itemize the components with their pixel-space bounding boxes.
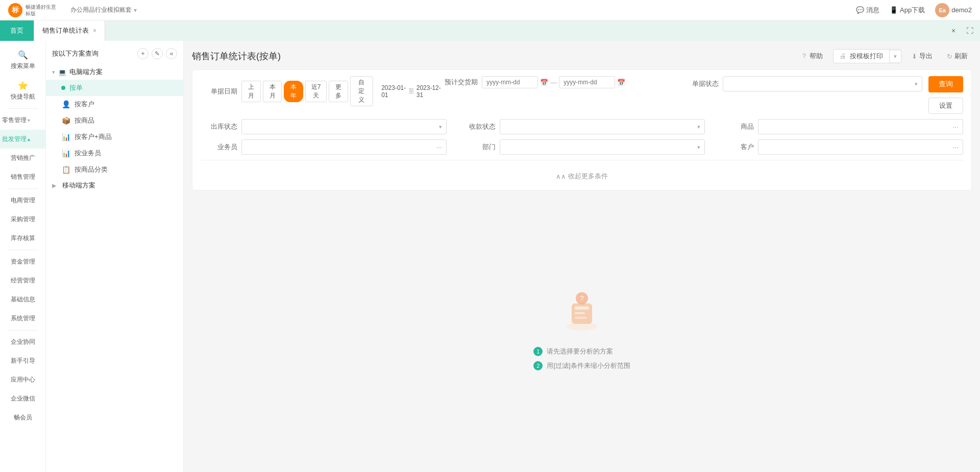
sidebar-item-sales[interactable]: 销售管理 (0, 168, 46, 186)
page-title: 销售订单统计表(按单) (192, 50, 281, 62)
user-menu-button[interactable]: Ea demo2 (935, 3, 972, 17)
sidebar-item-retail[interactable]: 零售管理 ▾ (0, 111, 46, 130)
tab-close-all-button[interactable]: × (947, 25, 960, 37)
scheme-item-by-customer-product[interactable]: 📊 按客户+商品 (46, 129, 183, 145)
print-template-button[interactable]: 🖨 按模板打印 (834, 50, 890, 63)
forecast-date-calendar-from-icon[interactable]: 📅 (540, 79, 548, 86)
forecast-date-label: 预计交货期 (441, 78, 482, 87)
collapse-panel-button[interactable]: « (166, 48, 177, 59)
scheme-item-by-order[interactable]: 按单 (46, 80, 183, 96)
sidebar-item-operation[interactable]: 经营管理 (0, 271, 46, 290)
payment-status-select[interactable]: ▾ (500, 119, 705, 134)
date-btn-custom[interactable]: 自定义 (350, 76, 374, 106)
scheme-item-by-category[interactable]: 📋 按商品分类 (46, 161, 183, 178)
customer-label: 客户 (717, 143, 758, 152)
app-download-button[interactable]: 📱 App下载 (890, 6, 925, 15)
print-template-dropdown-button[interactable]: ▾ (890, 51, 901, 62)
step-2-num: 2 (533, 361, 543, 370)
forecast-date-from-input[interactable] (482, 76, 538, 88)
delivery-status-select[interactable]: ▾ (241, 119, 447, 134)
doc-status-dropdown-icon: ▾ (915, 81, 918, 87)
scheme-item-by-product[interactable]: 📦 按商品 (46, 112, 183, 129)
sidebar-item-system[interactable]: 系统管理 (0, 309, 46, 328)
add-scheme-button[interactable]: + (137, 48, 149, 59)
top-bar: 标 畅捷通好生意 标版 办公用品行业模拟账套 ▾ 💬 消息 📱 App下载 Ea… (0, 0, 980, 20)
wholesale-arrow-icon: ▴ (28, 136, 30, 142)
page-actions: ？ 帮助 🖨 按模板打印 ▾ ⬇ 导出 (797, 49, 972, 63)
forecast-date-calendar-to-icon[interactable]: 📅 (617, 79, 625, 86)
by-category-icon: 📋 (61, 166, 70, 174)
tab-sales-order-stat[interactable]: 销售订单统计表 × (34, 20, 105, 41)
customer-more-icon[interactable]: ··· (952, 143, 959, 151)
collapse-filter-button[interactable]: ∧∧ 收起更多条件 (546, 169, 618, 184)
sidebar-divider-3 (8, 250, 38, 250)
date-quick-btns: 上月 本月 本年 近7天 更多 自定义 (241, 76, 373, 106)
left-panel-title: 按以下方案查询 (52, 49, 99, 58)
sidebar-item-wechat[interactable]: 企业微信 (0, 389, 46, 408)
date-filter-control: 上月 本月 本年 近7天 更多 自定义 2023-01-01 至 2023-12 (241, 76, 441, 106)
date-btn-this-month[interactable]: 本月 (263, 81, 282, 102)
scheme-group-pc-header[interactable]: ▾ 💻 电脑端方案 (46, 64, 183, 80)
breadcrumb-arrow-icon[interactable]: ▾ (134, 7, 137, 14)
help-button[interactable]: ？ 帮助 (797, 50, 827, 63)
logo-text: 畅捷通好生意 标版 (26, 4, 56, 17)
empty-state: ? 1 请先选择要分析的方案 2 用[过滤]条件来缩小分析范围 (192, 197, 972, 464)
scheme-group-pc-arrow-icon: ▾ (52, 69, 55, 76)
sidebar: 🔍 搜索菜单 ⭐ 快捷导航 零售管理 ▾ 批发管理 ▴ 营销推广 销售管理 电商… (0, 41, 46, 472)
sidebar-divider-1 (8, 108, 38, 109)
sidebar-item-search-menu[interactable]: 🔍 搜索菜单 (0, 45, 46, 76)
tab-bar-right: × ⛶ (947, 25, 980, 37)
settings-button[interactable]: 设置 (928, 98, 963, 114)
date-btn-7days[interactable]: 近7天 (305, 81, 327, 102)
sidebar-item-purchase[interactable]: 采购管理 (0, 210, 46, 229)
sidebar-item-wholesale[interactable]: 批发管理 ▴ (0, 130, 46, 149)
message-button[interactable]: 💬 消息 (856, 6, 879, 15)
date-btn-more[interactable]: 更多 (329, 81, 348, 102)
customer-input[interactable]: ··· (758, 139, 963, 155)
by-customer-icon: 👤 (61, 100, 70, 108)
scheme-item-by-customer[interactable]: 👤 按客户 (46, 96, 183, 112)
tab-home[interactable]: 首页 (0, 20, 34, 41)
product-label: 商品 (717, 122, 758, 131)
search-menu-icon: 🔍 (18, 50, 28, 60)
print-icon: 🖨 (840, 52, 846, 60)
sidebar-item-member[interactable]: 畅会员 (0, 408, 46, 427)
product-input[interactable]: ··· (758, 119, 963, 134)
sidebar-item-marketing[interactable]: 营销推广 (0, 149, 46, 168)
by-product-icon: 📦 (61, 116, 70, 125)
delivery-status-label: 出库状态 (201, 122, 241, 131)
svg-rect-3 (575, 312, 585, 314)
sidebar-item-appcenter[interactable]: 应用中心 (0, 370, 46, 389)
top-bar-left: 标 畅捷通好生意 标版 办公用品行业模拟账套 ▾ (8, 3, 137, 17)
sidebar-item-quick-nav[interactable]: ⭐ 快捷导航 (0, 76, 46, 106)
refresh-button[interactable]: ↻ 刷新 (943, 50, 972, 63)
breadcrumb: 办公用品行业模拟账套 ▾ (70, 6, 137, 14)
filter-row-3: 业务员 ··· 部门 ▾ 客户 ··· (201, 139, 963, 155)
sidebar-item-ecommerce[interactable]: 电商管理 (0, 191, 46, 210)
sidebar-item-basic[interactable]: 基础信息 (0, 290, 46, 309)
export-button[interactable]: ⬇ 导出 (908, 50, 937, 63)
salesperson-more-icon[interactable]: ··· (436, 143, 442, 151)
department-select[interactable]: ▾ (500, 139, 705, 155)
forecast-date-to-input[interactable] (559, 76, 615, 88)
svg-rect-4 (575, 317, 587, 319)
sidebar-item-inventory[interactable]: 库存核算 (0, 229, 46, 248)
product-more-icon[interactable]: ··· (952, 123, 959, 131)
tab-close-icon[interactable]: × (93, 27, 96, 34)
tab-fullscreen-button[interactable]: ⛶ (964, 25, 976, 37)
scheme-item-by-salesperson[interactable]: 📊 按业务员 (46, 145, 183, 161)
date-btn-this-year[interactable]: 本年 (284, 81, 303, 102)
sidebar-item-finance[interactable]: 资金管理 (0, 252, 46, 271)
date-btn-last-month[interactable]: 上月 (241, 81, 261, 102)
salesperson-input[interactable]: ··· (241, 139, 447, 155)
edit-scheme-button[interactable]: ✎ (152, 48, 163, 59)
query-button[interactable]: 查询 (928, 76, 963, 92)
doc-status-select[interactable]: ▾ (723, 76, 922, 91)
quick-nav-icon: ⭐ (18, 81, 28, 90)
svg-rect-2 (575, 306, 589, 310)
refresh-icon: ↻ (947, 53, 952, 60)
scheme-group-mobile-header[interactable]: ▶ 移动端方案 (46, 178, 183, 193)
payment-status-dropdown-icon: ▾ (697, 124, 700, 130)
sidebar-item-enterprise[interactable]: 企业协同 (0, 333, 46, 351)
sidebar-item-guide[interactable]: 新手引导 (0, 351, 46, 370)
